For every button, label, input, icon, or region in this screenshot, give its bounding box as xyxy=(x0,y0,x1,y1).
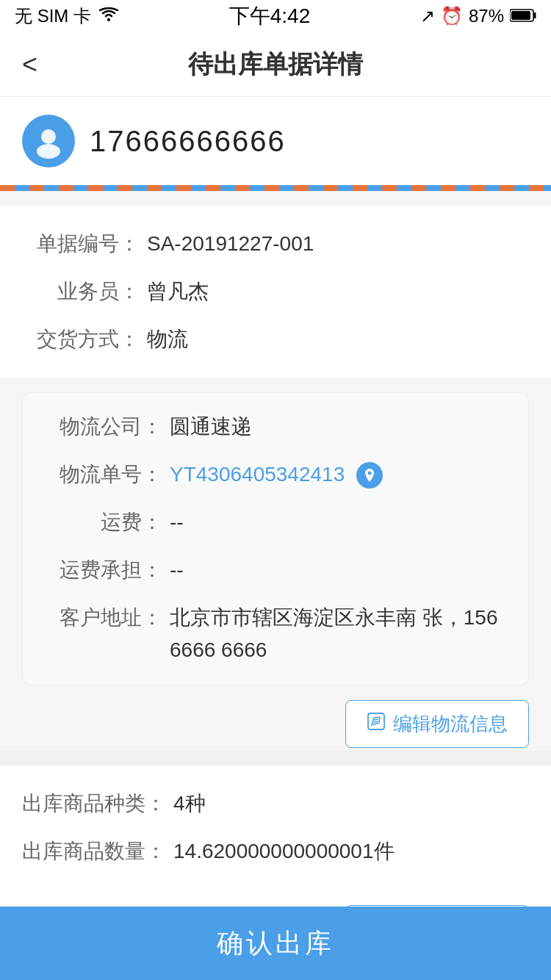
freight-bearer-label: 运费承担： xyxy=(45,554,162,587)
status-right: ↗ ⏰ 87% xyxy=(420,6,536,26)
logistics-company-value: 圆通速递 xyxy=(170,411,506,444)
section-separator xyxy=(0,751,551,765)
salesman-label: 业务员： xyxy=(22,275,140,309)
status-left: 无 SIM 卡 xyxy=(15,4,119,28)
user-header: 17666666666 xyxy=(0,97,551,185)
goods-types-row: 出库商品种类： 4种 xyxy=(22,788,529,821)
logistics-company-label: 物流公司： xyxy=(45,411,162,444)
svg-point-6 xyxy=(368,471,372,475)
logistics-company-row: 物流公司： 圆通速递 xyxy=(23,411,528,444)
svg-rect-3 xyxy=(511,11,530,20)
goods-quantity-row: 出库商品数量： 14.620000000000001件 xyxy=(22,835,529,868)
basic-info-section: 单据编号： SA-20191227-001 业务员： 曾凡杰 交货方式： 物流 xyxy=(0,206,551,378)
delivery-label: 交货方式： xyxy=(22,323,140,356)
edit-logistics-container: 编辑物流信息 xyxy=(0,700,551,748)
status-bar: 无 SIM 卡 下午4:42 ↗ ⏰ 87% xyxy=(0,0,551,32)
doc-number-value: SA-20191227-001 xyxy=(147,228,529,261)
freight-label: 运费： xyxy=(45,506,162,539)
delivery-row: 交货方式： 物流 xyxy=(22,323,529,356)
svg-rect-2 xyxy=(534,12,536,18)
freight-value: -- xyxy=(170,506,506,539)
goods-types-value: 4种 xyxy=(173,788,529,821)
svg-point-5 xyxy=(37,144,60,159)
doc-number-label: 单据编号： xyxy=(22,228,140,261)
svg-point-0 xyxy=(107,18,110,21)
back-button[interactable]: < xyxy=(22,49,37,80)
svg-line-9 xyxy=(374,721,378,722)
tracking-value-row: YT43064053424​13 xyxy=(170,458,506,491)
battery-label: 87% xyxy=(469,6,504,26)
dashed-divider xyxy=(0,185,551,191)
goods-quantity-label: 出库商品数量： xyxy=(22,835,166,868)
doc-number-row: 单据编号： SA-20191227-001 xyxy=(22,228,529,261)
salesman-value: 曾凡杰 xyxy=(147,275,529,309)
svg-point-4 xyxy=(41,129,56,144)
salesman-row: 业务员： 曾凡杰 xyxy=(22,275,529,309)
battery-icon xyxy=(510,6,536,26)
address-label: 客户地址： xyxy=(45,602,162,635)
edit-logistics-label: 编辑物流信息 xyxy=(393,711,508,737)
goods-section: 出库商品种类： 4种 出库商品数量： 14.620000000000001件 xyxy=(0,765,551,890)
tracking-number: YT43064053424​13 xyxy=(170,458,345,491)
page-title: 待出库单据详情 xyxy=(188,48,363,82)
edit-logistics-button[interactable]: 编辑物流信息 xyxy=(345,700,529,748)
tracking-label: 物流单号： xyxy=(45,458,162,491)
location-status-icon: ↗ xyxy=(420,6,435,26)
status-time: 下午4:42 xyxy=(229,2,311,30)
wifi-icon xyxy=(98,6,119,26)
user-phone: 17666666666 xyxy=(90,125,286,158)
avatar xyxy=(22,115,75,167)
svg-line-8 xyxy=(374,719,378,720)
alarm-icon: ⏰ xyxy=(441,6,463,26)
confirm-bar[interactable]: 确认出库 xyxy=(0,907,551,980)
confirm-button-label: 确认出库 xyxy=(217,926,334,962)
goods-quantity-value: 14.620000000000001件 xyxy=(173,835,529,868)
goods-types-label: 出库商品种类： xyxy=(22,788,166,821)
freight-bearer-row: 运费承担： -- xyxy=(23,554,528,587)
map-location-icon[interactable] xyxy=(356,462,383,489)
logistics-card: 物流公司： 圆通速递 物流单号： YT43064053424​13 运费： --… xyxy=(22,392,529,685)
edit-icon xyxy=(367,712,386,736)
tracking-row: 物流单号： YT43064053424​13 xyxy=(23,458,528,491)
delivery-value: 物流 xyxy=(147,323,529,356)
address-row: 客户地址： 北京市市辖区海淀区永丰南 张，156 6666 6666 xyxy=(23,602,528,668)
freight-bearer-value: -- xyxy=(170,554,506,587)
carrier-label: 无 SIM 卡 xyxy=(15,4,91,28)
freight-row: 运费： -- xyxy=(23,506,528,539)
nav-bar: < 待出库单据详情 xyxy=(0,32,551,97)
main-content: 17666666666 单据编号： SA-20191227-001 业务员： 曾… xyxy=(0,97,551,980)
address-value: 北京市市辖区海淀区永丰南 张，156 6666 6666 xyxy=(170,602,506,668)
